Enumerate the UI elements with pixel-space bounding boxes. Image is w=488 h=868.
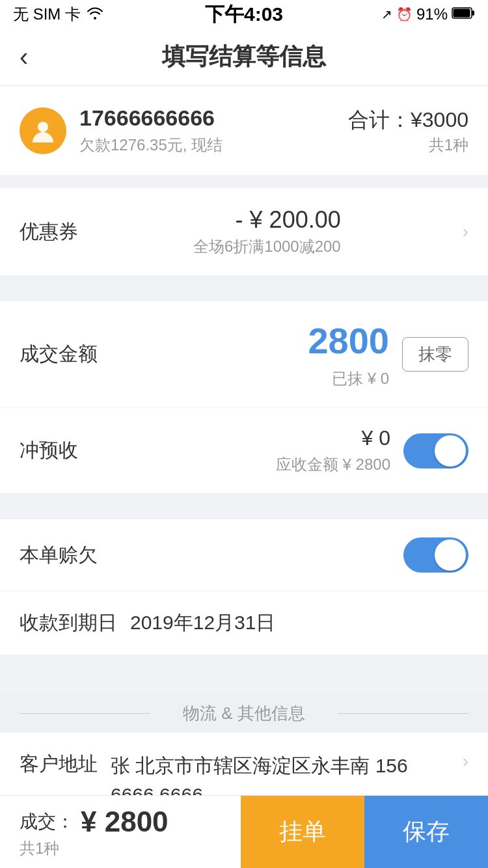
coupon-label: 优惠券 <box>20 219 78 245</box>
divider-3 <box>0 668 488 681</box>
avatar <box>20 107 66 154</box>
chevron-right-icon: › <box>463 221 468 242</box>
total-count: 共1种 <box>348 135 468 156</box>
due-date-label: 收款到期日 <box>20 610 117 636</box>
customer-phone: 17666666666 <box>79 105 223 131</box>
nav-bar: ‹ 填写结算等信息 <box>0 29 488 86</box>
transaction-sub: 已抹 ¥ 0 <box>332 368 389 389</box>
carrier-label: 无 SIM 卡 <box>13 4 81 25</box>
status-bar: 无 SIM 卡 下午4:03 ↗ ⏰ 91% <box>0 0 488 29</box>
coupon-right: - ¥ 200.00 全场6折满1000减200 <box>193 206 341 257</box>
divider-2 <box>0 506 488 519</box>
overdue-section: 本单赊欠 收款到期日 2019年12月31日 <box>0 519 488 655</box>
toggle-knob <box>435 435 466 467</box>
status-right: ↗ ⏰ 91% <box>381 5 475 23</box>
page-title: 填写结算等信息 <box>162 41 326 73</box>
transaction-amount-row: 成交金额 2800 已抹 ¥ 0 抹零 <box>0 301 488 408</box>
footer-info: 成交： ¥ 2800 共1种 <box>0 806 241 859</box>
divider-1 <box>0 288 488 301</box>
svg-point-3 <box>38 122 48 132</box>
section-divider-label: 物流 & 其他信息 <box>183 702 305 725</box>
footer-amount-row: 成交： ¥ 2800 <box>20 806 221 838</box>
address-label: 客户地址 <box>20 751 98 778</box>
transaction-amount-value: 2800 <box>308 319 389 362</box>
customer-debt: 欠款1276.35元, 现结 <box>79 135 223 156</box>
prepayment-amount: ¥ 0 <box>362 426 390 450</box>
transaction-label: 成交金额 <box>20 341 98 368</box>
address-chevron-icon: › <box>463 751 468 772</box>
prepayment-toggle[interactable] <box>403 433 468 468</box>
transaction-right: 2800 已抹 ¥ 0 抹零 <box>308 319 468 389</box>
receivable-text: 应收金额 ¥ 2800 <box>276 454 390 475</box>
svg-rect-2 <box>454 9 470 18</box>
prepayment-amounts: ¥ 0 应收金额 ¥ 2800 <box>276 426 390 475</box>
wifi-icon <box>86 5 104 23</box>
alarm-icon: ⏰ <box>396 7 413 22</box>
footer-transaction-label: 成交： <box>20 809 74 834</box>
due-date-value: 2019年12月31日 <box>130 610 275 636</box>
customer-info: 17666666666 欠款1276.35元, 现结 <box>79 105 223 156</box>
content: 17666666666 欠款1276.35元, 现结 合计：¥3000 共1种 … <box>0 86 488 868</box>
location-icon: ↗ <box>381 7 392 22</box>
footer-amount: ¥ 2800 <box>81 806 169 838</box>
battery-label: 91% <box>416 5 448 23</box>
pending-button[interactable]: 挂单 <box>241 796 364 869</box>
customer-card: 17666666666 欠款1276.35元, 现结 合计：¥3000 共1种 <box>0 86 488 175</box>
divider-line-right <box>338 713 468 714</box>
status-time: 下午4:03 <box>205 1 283 28</box>
status-left: 无 SIM 卡 <box>13 4 104 25</box>
divider-line-left <box>20 713 150 714</box>
prepayment-row: 冲预收 ¥ 0 应收金额 ¥ 2800 <box>0 408 488 493</box>
total-amount: 合计：¥3000 <box>348 106 468 135</box>
customer-totals: 合计：¥3000 共1种 <box>348 106 468 156</box>
round-button[interactable]: 抹零 <box>402 337 468 372</box>
footer: 成交： ¥ 2800 共1种 挂单 保存 <box>0 795 488 868</box>
coupon-desc: 全场6折满1000减200 <box>193 236 341 257</box>
due-date-row: 收款到期日 2019年12月31日 <box>0 591 488 655</box>
battery-icon <box>452 5 475 23</box>
coupon-amount: - ¥ 200.00 <box>236 206 341 234</box>
overdue-toggle[interactable] <box>403 537 468 573</box>
footer-count: 共1种 <box>20 838 221 859</box>
overdue-toggle-knob <box>435 539 466 571</box>
overdue-label: 本单赊欠 <box>20 542 98 569</box>
transaction-section: 成交金额 2800 已抹 ¥ 0 抹零 冲预收 ¥ 0 应收金额 ¥ 2800 <box>0 301 488 493</box>
back-button[interactable]: ‹ <box>20 42 28 72</box>
customer-left: 17666666666 欠款1276.35元, 现结 <box>20 105 223 156</box>
overdue-row: 本单赊欠 <box>0 519 488 591</box>
save-button[interactable]: 保存 <box>364 796 488 869</box>
prepayment-right: ¥ 0 应收金额 ¥ 2800 <box>276 426 468 475</box>
coupon-row[interactable]: 优惠券 - ¥ 200.00 全场6折满1000减200 › <box>0 188 488 275</box>
svg-rect-1 <box>472 10 474 16</box>
logistics-divider: 物流 & 其他信息 <box>0 694 488 733</box>
prepayment-label: 冲预收 <box>20 437 78 464</box>
